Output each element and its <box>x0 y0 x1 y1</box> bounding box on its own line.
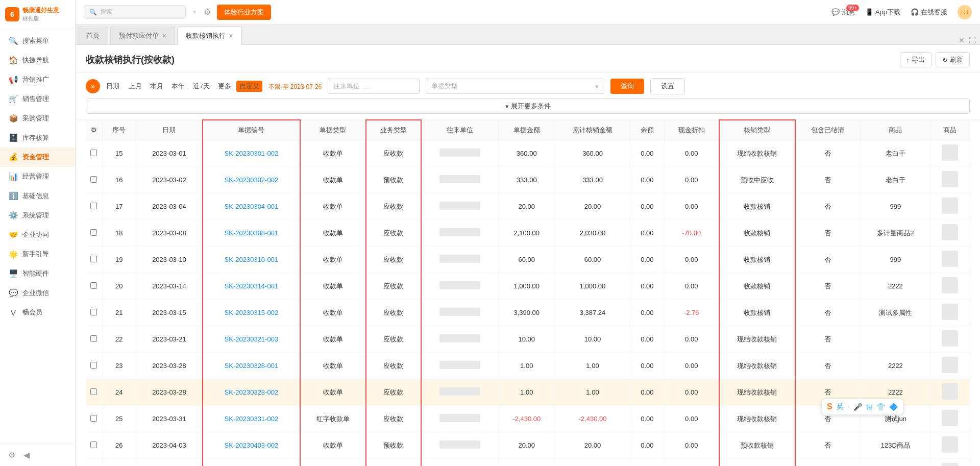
row-checkbox[interactable] <box>90 256 97 262</box>
cell-doc-no[interactable]: SK-20230308-001 <box>203 220 300 247</box>
partner-filter[interactable]: 往来单位 ... <box>328 79 420 94</box>
cell-checkbox[interactable] <box>86 193 102 220</box>
cell-checkbox[interactable] <box>86 300 102 326</box>
doc-no-link[interactable]: SK-20230310-001 <box>225 256 279 263</box>
doc-no-link[interactable]: SK-20230328-002 <box>225 388 279 396</box>
row-checkbox[interactable] <box>90 150 97 156</box>
message-button[interactable]: 💬 消息 99+ <box>831 8 855 17</box>
cell-checkbox[interactable] <box>86 326 102 353</box>
settings-footer-icon[interactable]: ⚙ <box>8 450 15 460</box>
cell-cancel-amount: 60.00 <box>555 247 630 273</box>
doc-no-link[interactable]: SK-20230328-001 <box>225 362 279 370</box>
sidebar-item-sales[interactable]: 🛒销售管理 <box>0 89 75 109</box>
col-header-settings[interactable]: ⚙ <box>86 120 102 140</box>
sidebar-item-search[interactable]: 🔍搜索菜单 <box>0 31 75 51</box>
row-checkbox[interactable] <box>90 362 97 369</box>
tab-home[interactable]: 首页 <box>78 27 108 44</box>
doc-no-link[interactable]: SK-20230321-003 <box>225 335 279 343</box>
doc-no-link[interactable]: SK-20230308-001 <box>225 229 279 237</box>
cell-doc-no[interactable]: SK-20230314-001 <box>203 273 300 300</box>
expand-more-button[interactable]: ▾ 展开更多条件 <box>86 99 970 114</box>
sidebar-item-newguide[interactable]: 🌟新手引导 <box>0 244 75 264</box>
row-checkbox[interactable] <box>90 442 97 448</box>
sidebar-item-hardware[interactable]: 🖥️智能硬件 <box>0 264 75 283</box>
sidebar-item-basic[interactable]: ℹ️基础信息 <box>0 186 75 206</box>
doc-type-filter[interactable]: 单据类型 ▾ <box>426 79 604 94</box>
sidebar-item-quicknav[interactable]: 🏠快捷导航 <box>0 51 75 70</box>
sidebar-item-member[interactable]: V畅会员 <box>0 303 75 322</box>
query-button[interactable]: 查询 <box>610 79 644 94</box>
export-button[interactable]: ↑ 导出 <box>900 52 932 67</box>
row-checkbox[interactable] <box>90 176 97 183</box>
sidebar-item-operations[interactable]: 📊经营管理 <box>0 167 75 186</box>
cell-checkbox[interactable] <box>86 459 102 467</box>
cell-doc-no[interactable]: SK-20230328-002 <box>203 379 300 406</box>
cell-checkbox[interactable] <box>86 167 102 193</box>
tab-receipt-cancel-close[interactable]: ✕ <box>229 33 233 39</box>
row-checkbox[interactable] <box>90 309 97 315</box>
topbar-search-box[interactable]: 🔍 搜索 <box>84 5 186 19</box>
sidebar-item-system[interactable]: ⚙️系统管理 <box>0 206 75 225</box>
cell-doc-no[interactable]: SK-20230301-002 <box>203 140 300 167</box>
cell-product: 999 <box>860 193 930 220</box>
sidebar-item-wechat[interactable]: 💬企业微信 <box>0 283 75 303</box>
cell-checkbox[interactable] <box>86 220 102 247</box>
cell-checkbox[interactable] <box>86 140 102 167</box>
cell-checkbox[interactable] <box>86 406 102 432</box>
date-shortcut-last-month[interactable]: 上月 <box>126 81 145 92</box>
cell-doc-no[interactable]: SK-20230331-002 <box>203 406 300 432</box>
doc-no-link[interactable]: SK-20230301-002 <box>225 150 279 157</box>
cell-doc-no[interactable]: SK-20230403-002 <box>203 432 300 459</box>
tab-prepay[interactable]: 预付款应付单 ✕ <box>110 27 175 44</box>
doc-no-link[interactable]: SK-20230302-002 <box>225 176 279 184</box>
online-support-button[interactable]: 🎧 在线客服 <box>911 8 947 17</box>
date-shortcut-more[interactable]: 更多 <box>215 81 234 92</box>
sidebar-item-enterprise[interactable]: 🤝企业协同 <box>0 225 75 244</box>
custom-date-button[interactable]: 自定义 <box>236 81 262 92</box>
date-shortcut-this-year[interactable]: 本年 <box>168 81 188 92</box>
date-shortcut-this-month[interactable]: 本月 <box>147 81 166 92</box>
cell-doc-no[interactable]: SK-20230408-001 <box>203 459 300 467</box>
sidebar-item-inventory[interactable]: 🗄️库存核算 <box>0 128 75 148</box>
row-checkbox[interactable] <box>90 335 97 342</box>
doc-no-link[interactable]: SK-20230315-002 <box>225 309 279 316</box>
cell-amount: 20.00 <box>498 193 555 220</box>
topbar-settings-icon[interactable]: ⚙ <box>204 7 211 17</box>
tab-maximize-icon[interactable]: ⛶ <box>969 36 976 44</box>
refresh-button[interactable]: ↻ 刷新 <box>936 52 970 67</box>
doc-no-link[interactable]: SK-20230403-002 <box>225 442 279 449</box>
tab-close-all-icon[interactable]: ✕ <box>959 36 965 44</box>
date-shortcut-7days[interactable]: 近7天 <box>190 81 213 92</box>
cell-doc-no[interactable]: SK-20230315-002 <box>203 300 300 326</box>
row-checkbox[interactable] <box>90 229 97 236</box>
cell-doc-type: 收款单 <box>300 273 366 300</box>
sidebar-item-marketing[interactable]: 📢营销推广 <box>0 70 75 89</box>
doc-no-link[interactable]: SK-20230314-001 <box>225 282 279 290</box>
cell-checkbox[interactable] <box>86 353 102 379</box>
sidebar-item-finance[interactable]: 💰资金管理 <box>0 148 75 167</box>
filter-expand-button[interactable]: » <box>86 79 100 93</box>
app-download-button[interactable]: 📱 App下载 <box>865 8 900 17</box>
cell-doc-no[interactable]: SK-20230304-001 <box>203 193 300 220</box>
industry-solution-button[interactable]: 体验行业方案 <box>217 5 271 20</box>
cell-checkbox[interactable] <box>86 247 102 273</box>
tab-receipt-cancel[interactable]: 收款核销执行 ✕ <box>177 27 242 45</box>
doc-no-link[interactable]: SK-20230304-001 <box>225 203 279 210</box>
cell-checkbox[interactable] <box>86 432 102 459</box>
row-checkbox[interactable] <box>90 203 97 209</box>
cell-doc-no[interactable]: SK-20230328-001 <box>203 353 300 379</box>
row-checkbox[interactable] <box>90 282 97 289</box>
cell-doc-no[interactable]: SK-20230302-002 <box>203 167 300 193</box>
row-checkbox[interactable] <box>90 415 97 422</box>
cell-doc-no[interactable]: SK-20230310-001 <box>203 247 300 273</box>
filter-settings-button[interactable]: 设置 <box>650 78 685 94</box>
row-checkbox[interactable] <box>90 388 97 395</box>
cell-checkbox[interactable] <box>86 273 102 300</box>
doc-no-link[interactable]: SK-20230331-002 <box>225 415 279 423</box>
sidebar-item-purchase[interactable]: 📦采购管理 <box>0 109 75 128</box>
cell-checkbox[interactable] <box>86 379 102 406</box>
collapse-icon[interactable]: ◀ <box>23 450 30 460</box>
tab-prepay-close[interactable]: ✕ <box>162 33 166 39</box>
avatar[interactable]: Rit <box>958 5 972 19</box>
cell-doc-no[interactable]: SK-20230321-003 <box>203 326 300 353</box>
